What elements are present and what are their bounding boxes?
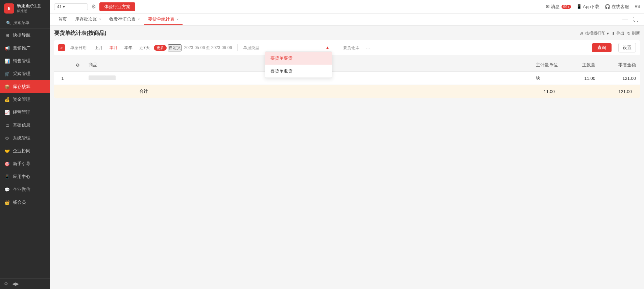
tab-home[interactable]: 首页 — [54, 14, 71, 25]
collapse-icon[interactable]: ◀▶ — [12, 281, 19, 286]
tab-minimize-icon[interactable]: — — [621, 16, 629, 23]
page-content: 要货单统计表(按商品) 🖨 按模板打印 ▾ ⬇ 导出 ↻ 刷新 » — [50, 26, 644, 289]
date-custom-btn[interactable]: 自定义 — [168, 44, 182, 51]
tab-inventory-batch[interactable]: 库存批次账 × — [71, 14, 105, 25]
date-btn-more[interactable]: 更多 — [154, 45, 167, 51]
topbar-gear-icon[interactable]: ⚙ — [91, 3, 96, 10]
date-btn-last-month[interactable]: 上月 — [92, 44, 105, 51]
print-button[interactable]: 🖨 按模板打印 ▾ — [580, 30, 609, 36]
trial-button[interactable]: 体验行业方案 — [99, 2, 135, 11]
export-button[interactable]: ⬇ 导出 — [612, 30, 624, 36]
export-label: 导出 — [616, 30, 624, 36]
online-service-link[interactable]: 🎧 在线客服 — [605, 4, 629, 10]
user-avatar[interactable]: Rit — [635, 4, 640, 9]
data-table-container: ⚙ 商品 主计量单位 主数量 零售金额 1 块 — [54, 59, 640, 98]
sidebar-item-basic[interactable]: 🗂 基础信息 — [0, 119, 50, 132]
sidebar-item-sales[interactable]: 📊 销售管理 — [0, 54, 50, 67]
settings-icon[interactable]: ⚙ — [4, 281, 8, 286]
refresh-button[interactable]: ↻ 刷新 — [627, 30, 640, 36]
sidebar-item-guide[interactable]: 🎯 新手引导 — [0, 157, 50, 170]
type-filter-input-wrapper[interactable]: ▲ 要货单要货 要货单退货 — [265, 44, 332, 51]
cell-seq: 1 — [54, 72, 71, 85]
settings-button[interactable]: 设置 — [618, 43, 636, 52]
message-label: 消息 — [551, 4, 559, 9]
col-header-amount: 零售金额 — [599, 59, 640, 72]
page-title: 要货单统计表(按商品) — [54, 30, 106, 37]
search-menu-label: 搜索菜单 — [13, 20, 29, 26]
tab-income-summary[interactable]: 收发存汇总表 × — [105, 14, 144, 25]
col-header-qty: 主数量 — [566, 59, 599, 72]
sidebar-item-wechat[interactable]: 💬 企业微信 — [0, 183, 50, 196]
sales-icon: 📊 — [4, 58, 10, 64]
warehouse-filter-label: 要货仓库 — [343, 45, 359, 51]
enterprise-icon: 🤝 — [4, 148, 10, 154]
footer-amount: 121.00 — [595, 89, 636, 94]
tab-income-summary-close[interactable]: × — [138, 17, 140, 21]
sidebar-item-member[interactable]: 👑 畅会员 — [0, 196, 50, 209]
date-range-display: 2023-05-06 至 2023-06-06 — [184, 45, 232, 51]
query-button[interactable]: 查询 — [592, 43, 612, 52]
sidebar-item-system[interactable]: ⚙ 系统管理 — [0, 132, 50, 144]
export-icon: ⬇ — [612, 31, 615, 36]
finance-icon: 💰 — [4, 96, 10, 103]
search-menu[interactable]: 🔍 搜索菜单 — [0, 17, 50, 29]
main-area: 41 ▾ ⚙ 体验行业方案 ✉ 消息 99+ 📱 App下载 🎧 在线客服 R — [50, 0, 644, 289]
sidebar-item-marketing[interactable]: 📢 营销推广 — [0, 42, 50, 54]
print-label: 按模板打印 — [585, 30, 605, 36]
sidebar-label-basic: 基础信息 — [13, 122, 30, 128]
dropdown-item-purchase[interactable]: 要货单要货 — [265, 52, 332, 65]
basic-icon: 🗂 — [4, 122, 10, 128]
sidebar-item-purchase[interactable]: 🛒 采购管理 — [0, 67, 50, 80]
refresh-label: 刷新 — [632, 30, 640, 36]
company-value: 41 — [57, 4, 62, 9]
operations-icon: 📈 — [4, 109, 10, 115]
logo-icon: 6 — [4, 3, 14, 14]
inventory-icon: 📦 — [4, 84, 10, 90]
guide-icon: 🎯 — [4, 161, 10, 167]
tabbar: 首页 库存批次账 × 收发存汇总表 × 要货单统计表 × — ⛶ — [50, 14, 644, 26]
sidebar-item-inventory[interactable]: 📦 库存核算 — [0, 80, 50, 93]
tab-order-stats-close[interactable]: × — [176, 17, 178, 21]
tab-inventory-batch-close[interactable]: × — [99, 17, 101, 21]
warehouse-dots-icon[interactable]: ··· — [366, 45, 370, 50]
sidebar-item-enterprise[interactable]: 🤝 企业协同 — [0, 144, 50, 157]
date-btn-this-month[interactable]: 本月 — [107, 44, 120, 51]
filter-expand-button[interactable]: » — [58, 44, 65, 51]
tab-inventory-batch-label: 库存批次账 — [75, 16, 97, 22]
sidebar-label-guide: 新手引导 — [13, 161, 30, 167]
company-selector[interactable]: 41 ▾ — [54, 3, 88, 10]
tab-order-stats[interactable]: 要货单统计表 × — [144, 14, 183, 25]
date-btn-last-7days[interactable]: 近7天 — [137, 44, 152, 51]
sidebar-item-operations[interactable]: 📈 经营管理 — [0, 106, 50, 119]
filter-divider — [237, 44, 238, 51]
dropdown-item-return[interactable]: 要货单退货 — [265, 65, 332, 77]
cell-qty: 11.00 — [566, 72, 599, 85]
app-download-link[interactable]: 📱 App下载 — [576, 4, 599, 10]
col-header-gear[interactable]: ⚙ — [71, 59, 85, 72]
member-icon: 👑 — [4, 199, 10, 205]
type-filter-input[interactable] — [267, 45, 324, 50]
quick-nav-icon: ⊞ — [4, 32, 10, 38]
sidebar-label-marketing: 营销推广 — [13, 45, 30, 51]
footer-label: 合计 — [139, 88, 148, 94]
type-chevron-up-icon[interactable]: ▲ — [325, 45, 330, 50]
print-chevron: ▾ — [607, 31, 609, 36]
appstore-icon: 📱 — [4, 174, 10, 180]
message-area[interactable]: ✉ 消息 99+ — [546, 4, 571, 10]
sidebar-item-appstore[interactable]: 📱 应用中心 — [0, 170, 50, 183]
tab-order-stats-label: 要货单统计表 — [148, 16, 174, 22]
marketing-icon: 📢 — [4, 45, 10, 51]
col-header-unit: 主计量单位 — [532, 59, 566, 72]
app-logo: 6 畅捷通好生意 标准版 — [0, 0, 50, 17]
filter-bar: » 单据日期 上月 本月 本年 近7天 更多 自定义 2023-05-06 至 … — [54, 40, 640, 55]
sidebar-label-purchase: 采购管理 — [13, 71, 30, 77]
sidebar-item-quick-nav[interactable]: ⊞ 快捷导航 — [0, 29, 50, 42]
brand-name: 畅捷通好生意 — [17, 3, 41, 9]
type-filter-label: 单据类型 — [243, 45, 259, 51]
sidebar-bottom: ⚙ ◀▶ — [0, 278, 50, 289]
footer-qty: 11.00 — [521, 89, 555, 94]
table-footer: 合计 11.00 121.00 — [54, 85, 640, 98]
sidebar-item-finance[interactable]: 💰 资金管理 — [0, 93, 50, 106]
tab-maximize-icon[interactable]: ⛶ — [632, 16, 640, 23]
date-btn-this-year[interactable]: 本年 — [122, 44, 135, 51]
